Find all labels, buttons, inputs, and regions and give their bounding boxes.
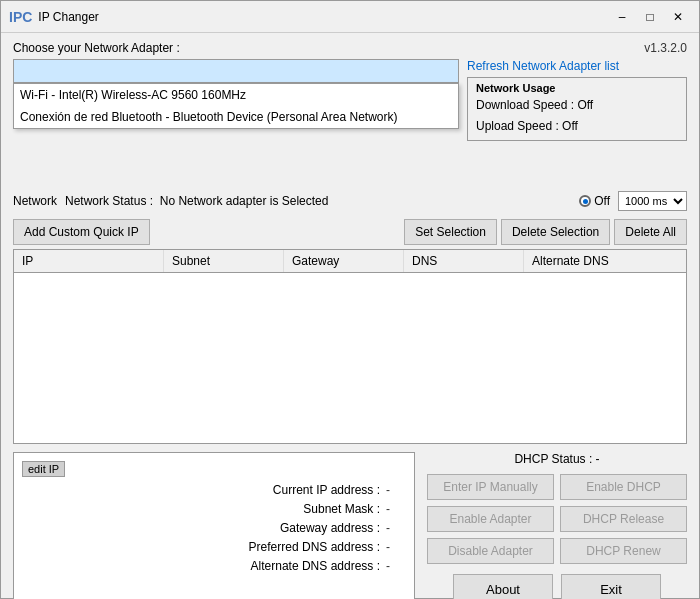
edit-ip-badge: edit IP (22, 461, 65, 477)
network-label: Network (13, 194, 57, 208)
enter-ip-manually-button[interactable]: Enter IP Manually (427, 474, 554, 500)
subnet-value: - (386, 502, 406, 516)
subnet-label: Subnet Mask : (303, 502, 380, 516)
dhcp-renew-button[interactable]: DHCP Renew (560, 538, 687, 564)
dhcp-status-row: DHCP Status : - (427, 452, 687, 466)
title-bar: IPC IP Changer – □ ✕ (1, 1, 699, 33)
action-grid: Enter IP Manually Enable DHCP Enable Ada… (427, 474, 687, 564)
upload-speed: Upload Speed : Off (476, 117, 678, 136)
exit-button[interactable]: Exit (561, 574, 661, 599)
disable-adapter-button[interactable]: Disable Adapter (427, 538, 554, 564)
app-icon: IPC (9, 9, 32, 25)
adapter-dropdown-menu: Wi-Fi - Intel(R) Wireless-AC 9560 160MHz… (13, 83, 459, 129)
pref-dns-value: - (386, 540, 406, 554)
network-status-text: Network Status : No Network adapter is S… (65, 194, 571, 208)
toolbar-row: Add Custom Quick IP Set Selection Delete… (13, 219, 687, 245)
title-bar-controls: – □ ✕ (609, 7, 691, 27)
edit-ip-header: edit IP (22, 461, 406, 477)
minimize-button[interactable]: – (609, 7, 635, 27)
radio-label: Off (594, 194, 610, 208)
current-ip-label: Current IP address : (273, 483, 380, 497)
col-ip: IP (14, 250, 164, 272)
adapter-label: Choose your Network Adapter : (13, 41, 180, 55)
close-button[interactable]: ✕ (665, 7, 691, 27)
delete-selection-button[interactable]: Delete Selection (501, 219, 610, 245)
adapter-select[interactable]: Wi-Fi - Intel(R) Wireless-AC 9560 160MHz… (13, 59, 459, 83)
adapter-option-wifi[interactable]: Wi-Fi - Intel(R) Wireless-AC 9560 160MHz (14, 84, 458, 106)
right-panel: DHCP Status : - Enter IP Manually Enable… (427, 452, 687, 599)
refresh-link[interactable]: Refresh Network Adapter list (467, 59, 687, 73)
interval-select[interactable]: 1000 ms 500 ms 2000 ms (618, 191, 687, 211)
col-dns: DNS (404, 250, 524, 272)
table-body (14, 273, 686, 443)
network-usage-box: Network Usage Download Speed : Off Uploa… (467, 77, 687, 141)
bottom-section: edit IP Current IP address : - Subnet Ma… (13, 452, 687, 599)
gateway-label: Gateway address : (280, 521, 380, 535)
quick-ip-table: IP Subnet Gateway DNS Alternate DNS (13, 249, 687, 444)
gateway-value: - (386, 521, 406, 535)
adapter-dropdown-wrapper: Wi-Fi - Intel(R) Wireless-AC 9560 160MHz… (13, 59, 459, 83)
col-subnet: Subnet (164, 250, 284, 272)
alt-dns-row: Alternate DNS address : - (22, 559, 406, 573)
version-label: v1.3.2.0 (644, 41, 687, 55)
current-ip-value: - (386, 483, 406, 497)
alt-dns-label: Alternate DNS address : (251, 559, 380, 573)
top-row: Choose your Network Adapter : v1.3.2.0 (13, 41, 687, 55)
radio-off[interactable]: Off (579, 194, 610, 208)
adapter-row: Wi-Fi - Intel(R) Wireless-AC 9560 160MHz… (13, 59, 687, 141)
status-row: Network Network Status : No Network adap… (13, 191, 687, 211)
about-button[interactable]: About (453, 574, 553, 599)
col-gateway: Gateway (284, 250, 404, 272)
current-ip-row: Current IP address : - (22, 483, 406, 497)
gateway-row: Gateway address : - (22, 521, 406, 535)
pref-dns-row: Preferred DNS address : - (22, 540, 406, 554)
enable-adapter-button[interactable]: Enable Adapter (427, 506, 554, 532)
radio-dot (583, 199, 588, 204)
bottom-btns: About Exit (427, 574, 687, 599)
table-header: IP Subnet Gateway DNS Alternate DNS (14, 250, 686, 273)
set-selection-button[interactable]: Set Selection (404, 219, 497, 245)
pref-dns-label: Preferred DNS address : (249, 540, 380, 554)
window-title: IP Changer (38, 10, 609, 24)
alt-dns-value: - (386, 559, 406, 573)
main-content: Choose your Network Adapter : v1.3.2.0 W… (1, 33, 699, 599)
maximize-button[interactable]: □ (637, 7, 663, 27)
main-window: IPC IP Changer – □ ✕ Choose your Network… (0, 0, 700, 599)
subnet-row: Subnet Mask : - (22, 502, 406, 516)
right-info: Refresh Network Adapter list Network Usa… (467, 59, 687, 141)
edit-ip-panel: edit IP Current IP address : - Subnet Ma… (13, 452, 415, 599)
download-speed: Download Speed : Off (476, 96, 678, 115)
col-alt-dns: Alternate DNS (524, 250, 686, 272)
enable-dhcp-button[interactable]: Enable DHCP (560, 474, 687, 500)
delete-all-button[interactable]: Delete All (614, 219, 687, 245)
dhcp-release-button[interactable]: DHCP Release (560, 506, 687, 532)
adapter-option-bt[interactable]: Conexión de red Bluetooth - Bluetooth De… (14, 106, 458, 128)
radio-circle (579, 195, 591, 207)
add-custom-quick-ip-button[interactable]: Add Custom Quick IP (13, 219, 150, 245)
network-usage-title: Network Usage (476, 82, 678, 94)
